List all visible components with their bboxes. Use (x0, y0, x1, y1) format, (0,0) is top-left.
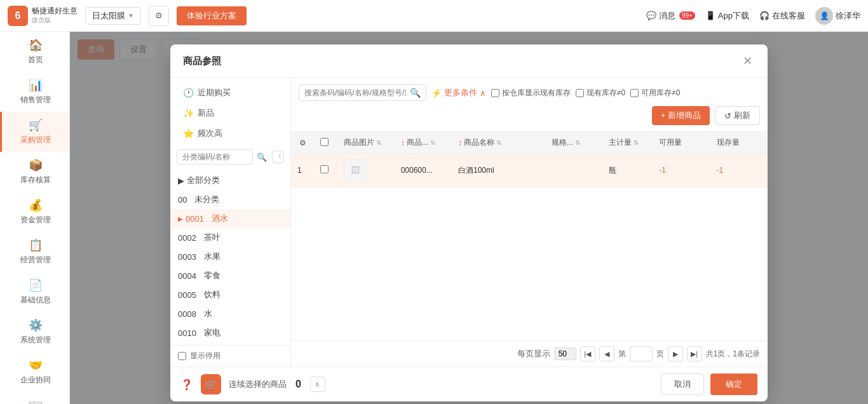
product-image-placeholder: 🖼 (344, 159, 367, 182)
spec-sort-icon: ⇅ (575, 139, 580, 146)
category-item-drink[interactable]: 0005 饮料 (170, 285, 290, 304)
warehouse-filter-checkbox-label[interactable]: 按仓库显示现有库存 (491, 88, 571, 98)
help-icon[interactable]: ❓ (180, 379, 193, 391)
pagination: 每页显示 20 50 100 |◀ ◀ 第 1 页 ▶ (291, 340, 768, 367)
sidebar-item-label: 经营管理 (20, 255, 51, 266)
name-sort-icon: ↕ (458, 138, 462, 147)
expand-button[interactable]: ∧ (310, 377, 325, 392)
page-number-input[interactable]: 1 (630, 346, 653, 361)
category-list: ▶ 全部分类 00 未分类 ▶ 0001 酒水 0002 茶 (170, 168, 290, 345)
product-search-box: 🔍 (299, 84, 426, 101)
category-item-liquor[interactable]: ▶ 0001 酒水 (170, 209, 290, 228)
system-icon: ⚙️ (29, 318, 43, 332)
tab-new-products[interactable]: ✨ 新品 (177, 104, 284, 123)
td-checkbox (314, 154, 337, 187)
warehouse-filter-checkbox[interactable] (491, 89, 499, 97)
store-select[interactable]: 日太阳膜 ▼ (85, 7, 141, 25)
code-sort-icon: ⇅ (430, 139, 435, 146)
more-filter-button[interactable]: ⚡ 更多条件 ∧ (431, 87, 486, 98)
avail-not0-checkbox[interactable] (576, 89, 584, 97)
sidebar-item-home[interactable]: 🏠 首页 (0, 32, 69, 72)
cart-button[interactable]: 🛒 (201, 374, 221, 394)
table-header-row: ⚙ 商品图片 ⇅ (291, 132, 768, 154)
category-item-uncategorized[interactable]: 00 未分类 (170, 190, 290, 209)
sidebar-item-operations[interactable]: 📋 经营管理 (0, 232, 69, 272)
confirm-button[interactable]: 确定 (710, 374, 757, 395)
category-search-input[interactable] (177, 149, 253, 165)
td-spec (545, 154, 602, 187)
row-checkbox[interactable] (320, 165, 329, 173)
sidebar-item-sales[interactable]: 📊 销售管理 (0, 72, 69, 112)
per-page-select[interactable]: 20 50 100 (554, 347, 576, 360)
display-disabled-checkbox[interactable] (178, 352, 186, 360)
new-icon: ✨ (183, 108, 194, 118)
basic-info-icon: 📄 (29, 278, 43, 292)
modal-close-button[interactable]: ✕ (740, 53, 755, 69)
category-item-tea[interactable]: 0002 茶叶 (170, 228, 290, 247)
prev-page-button[interactable]: ◀ (599, 346, 614, 361)
user-profile[interactable]: 👤 徐泽华 (815, 7, 860, 25)
gear-button[interactable]: ⚙ (149, 6, 169, 26)
td-available: -1 (653, 154, 710, 187)
usable-not0-checkbox-label[interactable]: 可用库存≠0 (630, 88, 680, 98)
sidebar-item-system[interactable]: ⚙️ 系统管理 (0, 312, 69, 352)
td-row-num: 1 (291, 154, 314, 187)
messages-nav-item[interactable]: 💬 消息 99+ (646, 10, 695, 22)
sidebar-item-purchase[interactable]: 🛒 采购管理 (0, 112, 69, 152)
product-search-input[interactable] (304, 88, 406, 97)
category-item-all[interactable]: ▶ 全部分类 (170, 171, 290, 190)
app-download-nav-item[interactable]: 📱 App下载 (705, 10, 749, 22)
logo-text-group: 畅捷通好生意 捷员版 (32, 6, 78, 25)
tab-recent-purchase[interactable]: 🕐 近期购买 (177, 83, 284, 102)
sidebar-item-enterprise[interactable]: 🤝 企业协同 (0, 352, 69, 392)
trial-button[interactable]: 体验行业方案 (177, 6, 247, 25)
category-item-fruit[interactable]: 0003 水果 (170, 247, 290, 266)
next-page-button[interactable]: ▶ (668, 346, 683, 361)
category-item-appliance[interactable]: 0010 家电 (170, 323, 290, 342)
cat-expand-icon: ▶ (178, 176, 184, 185)
filter-arrow-icon: ∧ (480, 88, 486, 98)
sidebar-item-label: 库存核算 (20, 175, 51, 185)
page-label: 第 (618, 349, 626, 360)
operations-icon: 📋 (29, 238, 43, 252)
td-stock: -1 (710, 154, 768, 187)
sidebar-item-inventory[interactable]: 📦 库存核算 (0, 152, 69, 192)
cancel-button[interactable]: 取消 (661, 374, 704, 395)
avail-not0-checkbox-label[interactable]: 现有库存≠0 (576, 88, 625, 98)
sidebar-item-label: 资金管理 (20, 215, 51, 226)
first-page-button[interactable]: |◀ (580, 346, 595, 361)
guide-icon: 📖 (29, 398, 43, 404)
tab-high-frequency[interactable]: ⭐ 频次高 (177, 124, 284, 143)
product-search-icon[interactable]: 🔍 (410, 88, 421, 98)
image-icon: 🖼 (351, 165, 360, 175)
category-search-icon[interactable]: 🔍 (257, 152, 267, 162)
usable-not0-checkbox[interactable] (630, 89, 639, 97)
add-product-button[interactable]: + 新增商品 (652, 106, 710, 125)
category-item-water[interactable]: 0008 水 (170, 304, 290, 323)
sort-arrow-icon: ↕ (401, 138, 405, 147)
sidebar-item-finance[interactable]: 💰 资金管理 (0, 192, 69, 232)
modal-header: 商品参照 ✕ (170, 44, 768, 78)
logo-area: 6 畅捷通好生意 捷员版 (8, 6, 78, 26)
select-all-checkbox[interactable] (320, 138, 329, 146)
modal-overlay: 商品参照 ✕ 🕐 近期购买 ✨ 新 (70, 32, 868, 404)
purchase-icon: 🛒 (29, 118, 43, 132)
td-product-name: 白酒100ml (452, 154, 545, 187)
dropdown-arrow-icon: ▼ (128, 12, 134, 19)
collapse-panel-button[interactable]: 《 (272, 151, 284, 163)
left-tabs: 🕐 近期购买 ✨ 新品 ⭐ 频次高 (170, 78, 290, 148)
per-page-label: 每页显示 (517, 348, 550, 360)
online-service-nav-item[interactable]: 🎧 在线客服 (759, 10, 805, 22)
table-row[interactable]: 1 🖼 (291, 154, 768, 187)
headset-icon: 🎧 (759, 11, 770, 20)
refresh-button[interactable]: ↺ 刷新 (715, 106, 760, 125)
sidebar-item-guide[interactable]: 📖 新手引导 (0, 392, 69, 404)
modal-right-panel: 🔍 ⚡ 更多条件 ∧ 按仓库显示现有库存 (291, 78, 768, 367)
sidebar-item-label: 销售管理 (20, 95, 51, 105)
sidebar-item-basic-info[interactable]: 📄 基础信息 (0, 272, 69, 312)
category-search-area: 🔍 (177, 149, 267, 165)
category-item-snack[interactable]: 0004 零食 (170, 266, 290, 285)
mobile-icon: 📱 (705, 11, 715, 20)
logo-text: 畅捷通好生意 (32, 6, 78, 17)
last-page-button[interactable]: ▶| (687, 346, 702, 361)
